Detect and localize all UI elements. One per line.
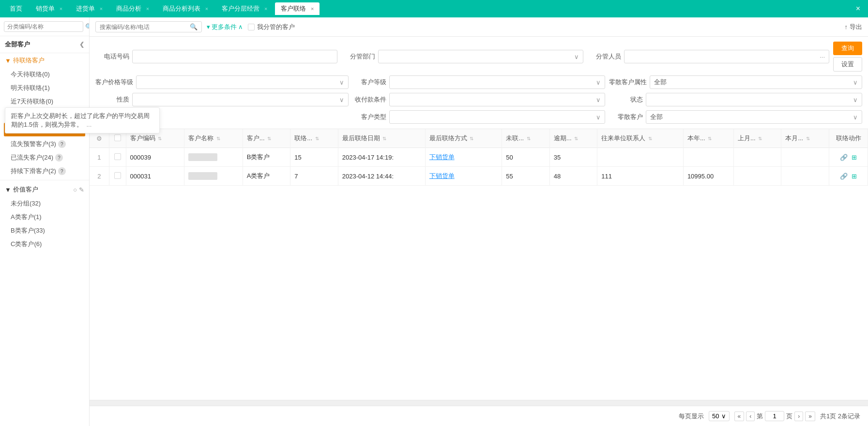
- nav-tab-analysis-list[interactable]: 商品分析列表 ×: [157, 2, 214, 15]
- row2-checkbox[interactable]: [114, 172, 121, 179]
- settings-button[interactable]: 设置: [833, 57, 862, 72]
- export-icon: ↑: [845, 23, 848, 30]
- export-button[interactable]: ↑ 导出: [845, 23, 863, 31]
- close-customer-contact-tab[interactable]: ×: [311, 6, 314, 12]
- col-unit-contact-sort[interactable]: ⇅: [648, 136, 652, 141]
- retail-attr-select[interactable]: 全部 ∨: [650, 75, 862, 89]
- sidebar-item-today[interactable]: 今天待联络(0): [0, 68, 89, 81]
- value-customer-group[interactable]: ▼ 价值客户 ○ ✎: [0, 182, 89, 197]
- close-purchase-tab[interactable]: ×: [100, 6, 103, 12]
- sidebar-item-b-class[interactable]: B类客户(33): [0, 224, 89, 237]
- col-type-sort[interactable]: ⇅: [267, 136, 271, 141]
- query-button[interactable]: 查询: [833, 42, 862, 55]
- row1-method-link[interactable]: 下销货单: [429, 153, 455, 161]
- sidebar-item-continuous-down[interactable]: 持续下滑客户(2) ?: [0, 164, 89, 178]
- sidebar-item-ungrouped[interactable]: 未分组(32): [0, 197, 89, 210]
- page-number-input[interactable]: [765, 411, 784, 421]
- sidebar-search-input[interactable]: [4, 21, 83, 32]
- horizontal-scrollbar[interactable]: [90, 400, 868, 406]
- sidebar-item-7days[interactable]: 近7天待联络(0): [0, 95, 89, 108]
- dept-select[interactable]: ∨: [378, 50, 583, 63]
- per-page-select[interactable]: 50 ∨: [709, 411, 729, 421]
- sidebar-collapse-btn[interactable]: ❮: [79, 41, 84, 48]
- lost-warning-help-icon[interactable]: ?: [58, 140, 66, 148]
- row2-last-method[interactable]: 下销货单: [425, 167, 502, 186]
- col-last-method-sort[interactable]: ⇅: [470, 136, 473, 141]
- value-group-circle-icon[interactable]: ○: [73, 186, 77, 193]
- continuous-down-help-icon[interactable]: ?: [58, 167, 66, 175]
- col-code-sort[interactable]: ⇅: [158, 136, 162, 141]
- nav-tab-purchase[interactable]: 进货单 ×: [70, 2, 108, 15]
- close-analysis-tab[interactable]: ×: [146, 6, 149, 12]
- window-close-button[interactable]: ×: [852, 4, 864, 13]
- nav-tab-analysis[interactable]: 商品分析 ×: [110, 2, 155, 15]
- customer-level-select[interactable]: ∨: [389, 75, 606, 89]
- my-customers-filter[interactable]: 我分管的客户: [248, 23, 295, 31]
- close-analysis-list-tab[interactable]: ×: [205, 6, 208, 12]
- tooltip-more[interactable]: ...: [86, 121, 91, 128]
- col-not-contacted-sort[interactable]: ⇅: [527, 136, 531, 141]
- page-prefix: 第: [757, 412, 763, 421]
- sidebar-divider: [0, 180, 89, 180]
- row1-link-icon[interactable]: 🔗: [840, 154, 848, 161]
- row1-contact: 15: [290, 148, 338, 167]
- col-last-month-sort[interactable]: ⇅: [758, 136, 762, 141]
- manager-select[interactable]: ···: [624, 50, 829, 63]
- phone-input[interactable]: [132, 50, 337, 63]
- col-this-month-sort[interactable]: ⇅: [806, 136, 810, 141]
- col-overdue-sort[interactable]: ⇅: [574, 136, 578, 141]
- col-contact-sort[interactable]: ⇅: [315, 136, 319, 141]
- row1-code[interactable]: 000039: [126, 148, 184, 167]
- row1-last-method[interactable]: 下销货单: [425, 148, 502, 167]
- payment-select[interactable]: ∨: [389, 93, 606, 106]
- row2-code[interactable]: 000031: [126, 167, 184, 186]
- col-last-date-sort[interactable]: ⇅: [382, 136, 386, 141]
- close-customer-mgmt-tab[interactable]: ×: [264, 6, 267, 12]
- close-sales-tab[interactable]: ×: [60, 6, 62, 12]
- gender-select[interactable]: ∨: [132, 93, 349, 106]
- sidebar-item-lost-warning[interactable]: 流失预警客户(3) ?: [0, 137, 89, 151]
- price-level-select[interactable]: ∨: [136, 75, 349, 89]
- search-icon[interactable]: 🔍: [190, 23, 198, 30]
- more-conditions-btn[interactable]: ▾ 更多条件 ∧: [207, 23, 243, 31]
- row1-checkbox[interactable]: [114, 153, 121, 160]
- row1-check[interactable]: [109, 148, 126, 167]
- filter-field-retail-attr: 零散客户属性 全部 ∨: [609, 75, 862, 89]
- sidebar-item-a-class[interactable]: A类客户(1): [0, 210, 89, 224]
- col-this-year-sort[interactable]: ⇅: [708, 136, 712, 141]
- col-header-last-date: 最后联络日期 ⇅: [338, 129, 425, 148]
- sidebar-item-c-class[interactable]: C类客户(6): [0, 237, 89, 251]
- sidebar-item-tomorrow[interactable]: 明天待联络(1): [0, 81, 89, 95]
- already-lost-help-icon[interactable]: ?: [55, 154, 63, 162]
- table-row: 2 000031 A类客户 7 2023-04-12 14:44: 下销: [90, 167, 868, 186]
- prev-page-btn[interactable]: ‹: [746, 411, 755, 421]
- nav-tab-customer-contact[interactable]: 客户联络 ×: [275, 2, 320, 15]
- settings-gear-icon[interactable]: ⚙: [96, 135, 102, 142]
- waiting-contact-group[interactable]: ▼ 待联络客户: [0, 53, 89, 68]
- status-select[interactable]: ∨: [646, 93, 862, 106]
- row2-check[interactable]: [109, 167, 126, 186]
- header-checkbox[interactable]: [114, 134, 121, 141]
- value-group-edit-icon[interactable]: ✎: [79, 186, 84, 193]
- filter-row-1: 电话号码 分管部门 ∨ 分管人员 ···: [95, 42, 862, 72]
- col-name-sort[interactable]: ⇅: [216, 136, 220, 141]
- row2-method-link[interactable]: 下销货单: [429, 172, 455, 179]
- nav-tab-sales[interactable]: 销货单 ×: [30, 2, 68, 15]
- search-input[interactable]: [100, 24, 187, 30]
- last-page-btn[interactable]: »: [805, 411, 815, 421]
- first-page-btn[interactable]: «: [734, 411, 745, 421]
- my-customers-checkbox[interactable]: [248, 24, 255, 30]
- nav-tab-home[interactable]: 首页: [4, 2, 28, 15]
- row2-qr-icon[interactable]: ⊞: [852, 173, 857, 180]
- next-page-btn[interactable]: ›: [794, 411, 803, 421]
- nav-tab-customer-mgmt[interactable]: 客户分层经营 ×: [216, 2, 273, 15]
- retail-customer-select[interactable]: 全部 ∨: [646, 110, 862, 124]
- row2-link-icon[interactable]: 🔗: [840, 173, 848, 180]
- row1-qr-icon[interactable]: ⊞: [852, 154, 857, 161]
- retail-attr-caret: ∨: [853, 79, 858, 86]
- customer-type-select[interactable]: ∨: [389, 110, 606, 124]
- sidebar-item-already-lost[interactable]: 已流失客户(24) ?: [0, 151, 89, 164]
- customer-level-caret: ∨: [596, 79, 601, 86]
- sidebar-search-icon[interactable]: 🔍: [85, 23, 90, 30]
- all-customers-header[interactable]: 全部客户 ❮: [0, 36, 89, 53]
